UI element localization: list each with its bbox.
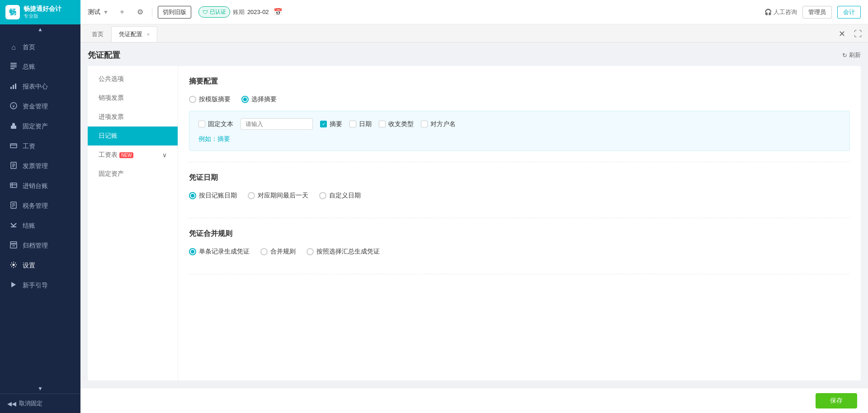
salary-icon: [9, 142, 18, 151]
sidebar-item-archive[interactable]: 归档管理: [0, 236, 80, 256]
left-nav-label-public: 公共选项: [99, 75, 124, 82]
refresh-label: 刷新: [849, 51, 861, 59]
sidebar-scroll-up[interactable]: ▲: [0, 24, 80, 34]
svg-rect-0: [10, 63, 17, 64]
tab-home[interactable]: 首页: [84, 26, 111, 42]
company-selector[interactable]: 测试 ▼: [88, 8, 108, 16]
radio-last-day[interactable]: 对应期间最后一天: [248, 192, 308, 200]
sidebar-item-report[interactable]: 报表中心: [0, 77, 80, 97]
radio-custom-date-circle: [319, 192, 326, 199]
newguide-icon: [9, 281, 18, 290]
tab-voucher-config[interactable]: 凭证配置 ×: [111, 26, 157, 42]
sidebar-item-purchasesales[interactable]: 进销台账: [0, 176, 80, 196]
svg-text:¥: ¥: [12, 104, 15, 108]
left-nav-label-fixedasset: 固定资产: [99, 170, 124, 177]
checkbox-summary[interactable]: ✓ 摘要: [320, 120, 342, 128]
topbar-divider-1: [152, 8, 152, 17]
topbar: 测试 ▼ ＋ ⚙ 切到旧版 🛡 已认证 账期 2023-02 📅 🎧 人工咨询 …: [80, 0, 868, 24]
page-body: 公共选项 销项发票 进项发票 日记账 工资表NEW ∨: [88, 66, 861, 380]
logo-text-block: 畅捷通好会计 专业版: [24, 5, 61, 19]
checkbox-counterparty-box: [421, 121, 428, 127]
left-nav-item-public[interactable]: 公共选项: [88, 70, 178, 89]
tab-close-icon[interactable]: ×: [147, 32, 150, 37]
sidebar-item-invoice[interactable]: 发票管理: [0, 156, 80, 176]
sidebar-item-ledger[interactable]: 总账: [0, 57, 80, 77]
merge-rules-radio-group: 单条记录生成凭证 合并规则 按照选择汇总生成凭证: [189, 248, 850, 256]
sidebar-item-salary[interactable]: 工资: [0, 136, 80, 156]
left-nav-item-purchaseinvoice[interactable]: 进项发票: [88, 108, 178, 127]
checkbox-date-label: 日期: [359, 120, 372, 128]
admin-btn[interactable]: 管理员: [802, 6, 832, 19]
section-summary-config: 摘要配置 按模版摘要 选择摘要: [189, 77, 850, 162]
switch-old-btn[interactable]: 切到旧版: [158, 6, 191, 19]
radio-by-diary-circle: [189, 192, 196, 199]
svg-rect-3: [10, 68, 14, 69]
checkbox-fixed-text[interactable]: 固定文本: [198, 120, 233, 128]
svg-rect-6: [15, 84, 16, 89]
accountant-btn[interactable]: 会计: [837, 6, 861, 19]
sidebar-item-fund[interactable]: ¥ 资金管理: [0, 97, 80, 117]
sidebar-item-newguide[interactable]: 新手引导: [0, 276, 80, 296]
sidebar-item-close[interactable]: 结账: [0, 216, 80, 236]
radio-by-diary-date[interactable]: 按日记账日期: [189, 192, 237, 200]
radio-aggregate-circle: [307, 248, 314, 255]
settings-btn[interactable]: ⚙: [134, 6, 146, 19]
radio-template-label: 按模版摘要: [199, 95, 231, 103]
sidebar-item-settings[interactable]: 设置: [0, 256, 80, 276]
fixed-text-input[interactable]: [241, 118, 313, 130]
checkbox-counterparty[interactable]: 对方户名: [421, 120, 456, 128]
radio-merge-rule[interactable]: 合并规则: [260, 248, 296, 256]
logo-char: 畅: [9, 8, 16, 17]
add-btn[interactable]: ＋: [116, 6, 128, 19]
sidebar-item-label-fund: 资金管理: [23, 103, 48, 111]
checkbox-payment-type-box: [379, 121, 386, 127]
svg-rect-10: [10, 144, 17, 148]
left-nav-item-payroll[interactable]: 工资表NEW ∨: [88, 145, 178, 164]
sidebar-item-fixedasset[interactable]: 固定资产: [0, 117, 80, 136]
headset-icon: 🎧: [764, 9, 772, 15]
sidebar-scroll-down[interactable]: ▼: [0, 384, 80, 394]
refresh-btn[interactable]: ↻ 刷新: [842, 51, 861, 59]
sidebar-item-home[interactable]: ⌂ 首页: [0, 38, 80, 57]
radio-template-summary[interactable]: 按模版摘要: [189, 95, 231, 103]
topbar-right: 🎧 人工咨询 管理员 会计: [764, 6, 861, 19]
consult-label: 人工咨询: [774, 8, 797, 16]
sidebar-item-label-report: 报表中心: [23, 83, 48, 91]
report-icon: [9, 82, 18, 91]
tab-voucher-config-label: 凭证配置: [119, 31, 142, 38]
radio-aggregate[interactable]: 按照选择汇总生成凭证: [307, 248, 380, 256]
save-btn[interactable]: 保存: [816, 393, 857, 408]
checkbox-payment-type[interactable]: 收支类型: [379, 120, 414, 128]
left-nav-item-fixedasset[interactable]: 固定资产: [88, 164, 178, 183]
sidebar-item-tax[interactable]: 税务管理: [0, 196, 80, 216]
summary-radio-group: 按模版摘要 选择摘要: [189, 95, 850, 103]
page-content: 凭证配置 ↻ 刷新 公共选项 销项发票 进项发票: [80, 42, 868, 388]
invoice-icon: [9, 162, 18, 171]
radio-custom-date[interactable]: 自定义日期: [319, 192, 361, 200]
period-value: 2023-02: [247, 9, 269, 15]
radio-single-record[interactable]: 单条记录生成凭证: [189, 248, 250, 256]
consult-btn[interactable]: 🎧 人工咨询: [764, 8, 797, 16]
sidebar-item-label-fixedasset: 固定资产: [23, 122, 48, 131]
sidebar-pin-toggle[interactable]: ◀◀ 取消固定: [0, 394, 80, 413]
page-title: 凭证配置: [88, 50, 120, 61]
example-row: 例如：摘要: [198, 135, 840, 143]
tab-expand-btn[interactable]: ⛶: [852, 28, 864, 40]
tabbar-actions: ✕ ⛶: [835, 28, 864, 42]
checkbox-date[interactable]: 日期: [349, 120, 372, 128]
sidebar-item-label-ledger: 总账: [23, 63, 35, 71]
new-badge: NEW: [119, 152, 133, 158]
calendar-icon[interactable]: 📅: [272, 6, 284, 19]
left-nav-item-salesinvoice[interactable]: 销项发票: [88, 89, 178, 108]
summary-config-title: 摘要配置: [189, 77, 850, 86]
section-merge-rules: 凭证合并规则 单条记录生成凭证 合并规则: [189, 218, 850, 274]
example-text: 例如：摘要: [198, 135, 230, 142]
tabbar: 首页 凭证配置 × ✕ ⛶: [80, 24, 868, 42]
tab-close-btn[interactable]: ✕: [835, 28, 848, 40]
radio-select-summary[interactable]: 选择摘要: [241, 95, 277, 103]
topbar-status: 🛡 已认证 账期 2023-02 📅: [198, 6, 284, 19]
app-edition: 专业版: [24, 13, 61, 19]
sidebar-item-label-settings: 设置: [23, 262, 35, 270]
checkbox-fixed-text-label: 固定文本: [208, 120, 233, 128]
left-nav-item-diary[interactable]: 日记账: [88, 127, 178, 145]
